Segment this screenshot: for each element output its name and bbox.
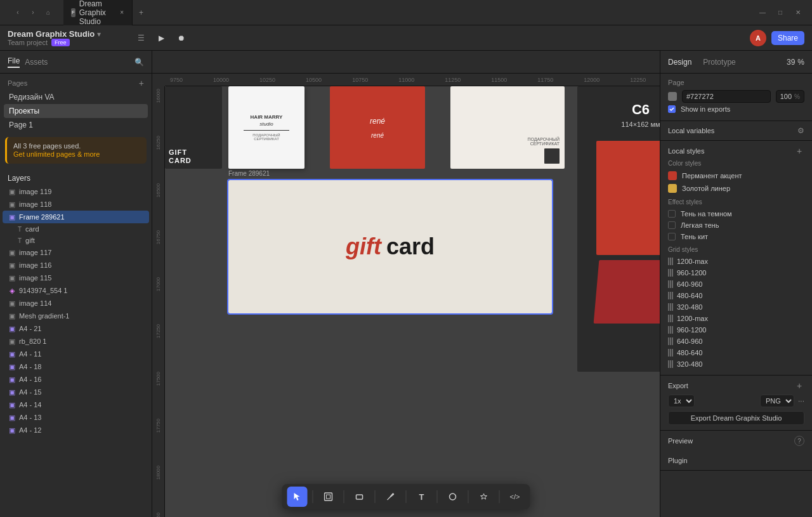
layer-a4-14[interactable]: ▣ A4 - 14 xyxy=(3,398,149,411)
layer-a4-15[interactable]: ▣ A4 - 15 xyxy=(3,386,149,398)
grid-320-480-1[interactable]: 320-480 xyxy=(668,301,804,313)
play-btn[interactable]: ▶ xyxy=(152,29,170,47)
canvas-hairmary-card[interactable]: HAIR MARRYstudio ПОДАРОЧНЫЙСЕРТИФИКАТ xyxy=(228,86,304,169)
svg-rect-2 xyxy=(357,495,363,499)
nav-back[interactable]: ‹ xyxy=(11,6,24,19)
pen-tool[interactable] xyxy=(381,487,401,507)
page-item-redesign[interactable]: Редизайн VA xyxy=(4,90,148,104)
star-tool[interactable] xyxy=(474,487,494,507)
ellipse-tool[interactable] xyxy=(443,487,463,507)
layer-image-115[interactable]: ▣ image 115 xyxy=(3,272,149,284)
grid-640-960-2[interactable]: 640-960 xyxy=(668,336,804,347)
effect-dark-shadow[interactable]: Тень на темном xyxy=(668,208,804,219)
layer-rb820[interactable]: ▣ rb_820 1 xyxy=(3,335,149,348)
page-color-swatch[interactable] xyxy=(668,92,677,101)
page-list: Редизайн VA Проекты Page 1 xyxy=(0,90,152,132)
layer-image-118[interactable]: ▣ image 118 xyxy=(3,198,149,211)
canvas-qr-card[interactable]: ПОДАРОЧНЫЙСЕРТИФИКАТ xyxy=(450,86,565,169)
record-btn[interactable]: ⏺ xyxy=(173,29,190,47)
show-exports-checkbox[interactable] xyxy=(668,105,676,113)
svg-rect-1 xyxy=(327,495,331,499)
layer-a4-21[interactable]: ▣ A4 - 21 xyxy=(3,322,149,335)
grid-960-1200-1[interactable]: 960-1200 xyxy=(668,267,804,278)
export-more-btn[interactable]: ··· xyxy=(798,396,804,405)
pages-add-btn[interactable]: + xyxy=(139,79,144,88)
close-btn[interactable]: ✕ xyxy=(792,6,804,19)
export-format-select[interactable]: PNG xyxy=(760,395,794,407)
notice-link[interactable]: Get unlimited pages & more xyxy=(13,150,100,158)
layer-a4-16[interactable]: ▣ A4 - 16 xyxy=(3,373,149,386)
canvas-area[interactable]: 9750 10000 10250 10500 10750 11000 11250… xyxy=(152,74,660,517)
grid-480-640-2[interactable]: 480-640 xyxy=(668,347,804,358)
layer-component[interactable]: ◈ 9143974_554 1 xyxy=(3,284,149,297)
nav-home[interactable]: ⌂ xyxy=(42,6,55,19)
design-tab[interactable]: Design xyxy=(663,55,697,69)
sidebar-toggle[interactable]: ☰ xyxy=(138,34,145,43)
user-avatar[interactable]: A xyxy=(750,30,766,46)
page-opacity-field[interactable]: 100 % xyxy=(776,90,804,103)
card-word: card xyxy=(386,233,435,260)
file-tab[interactable]: File xyxy=(8,56,20,68)
grid-960-1200-2[interactable]: 960-1200 xyxy=(668,324,804,336)
add-style-btn[interactable]: + xyxy=(794,146,804,156)
layer-image-116[interactable]: ▣ image 116 xyxy=(3,259,149,272)
grid-640-960-1[interactable]: 640-960 xyxy=(668,278,804,290)
layer-mesh-gradient[interactable]: ▣ Mesh gradient-1 xyxy=(3,310,149,322)
shape-tool[interactable] xyxy=(350,487,370,507)
preview-row: Preview ? xyxy=(668,436,804,446)
select-tool[interactable] xyxy=(287,487,308,507)
help-icon[interactable]: ? xyxy=(794,436,804,446)
layer-image-117[interactable]: ▣ image 117 xyxy=(3,246,149,259)
layer-card[interactable]: T card xyxy=(3,223,149,235)
color-style-accent[interactable]: Перманент акцент xyxy=(668,169,804,182)
assets-tab[interactable]: Assets xyxy=(25,58,48,67)
page-color-field[interactable]: #727272 xyxy=(682,90,771,103)
preview-help-btn[interactable]: ? xyxy=(794,436,804,446)
new-tab-btn[interactable]: + xyxy=(136,0,146,25)
text-tool[interactable]: T xyxy=(412,487,432,507)
share-button[interactable]: Share xyxy=(771,31,804,45)
color-style-gold[interactable]: Золотой линер xyxy=(668,182,804,195)
local-vars-icon[interactable]: ⚙ xyxy=(797,126,804,135)
minimize-btn[interactable]: — xyxy=(756,6,769,19)
layer-gift[interactable]: T gift xyxy=(3,235,149,246)
tab-close-btn[interactable]: × xyxy=(119,8,124,18)
search-icon[interactable]: 🔍 xyxy=(134,58,144,67)
canvas-c6-envelope[interactable]: С6 114×162 мм xyxy=(577,86,660,372)
nav-forward[interactable]: › xyxy=(27,6,39,19)
grid-320-480-2[interactable]: 320-480 xyxy=(668,358,804,370)
page-item-page1[interactable]: Page 1 xyxy=(4,118,148,132)
local-styles-label: Local styles xyxy=(668,147,704,155)
effect-kit-shadow[interactable]: Тень кит xyxy=(668,231,804,242)
left-sidebar: Pages + Редизайн VA Проекты Page 1 All 3… xyxy=(0,74,152,517)
maximize-btn[interactable]: □ xyxy=(774,6,787,19)
layer-a4-12[interactable]: ▣ A4 - 12 xyxy=(3,424,149,436)
layer-a4-11[interactable]: ▣ A4 - 11 xyxy=(3,348,149,360)
panel-tabs-row: File Assets 🔍 Design Prototype 39 % xyxy=(0,51,812,74)
layer-a4-13[interactable]: ▣ A4 - 13 xyxy=(3,411,149,424)
grid-1200max-1[interactable]: 1200-max xyxy=(668,256,804,267)
prototype-tab[interactable]: Prototype xyxy=(698,55,740,69)
layer-image-114[interactable]: ▣ image 114 xyxy=(3,297,149,310)
export-scale-select[interactable]: 1x xyxy=(668,395,695,407)
export-button[interactable]: Export Dream Graphix Studio xyxy=(668,411,804,425)
frame-tool[interactable] xyxy=(318,487,339,507)
grid-styles-group: Grid styles 1200-max 960-1200 xyxy=(668,246,804,370)
toolbar-separator-6 xyxy=(468,490,469,503)
layer-image-119[interactable]: ▣ image 119 xyxy=(3,185,149,198)
canvas-rene-red[interactable]: rené rené xyxy=(330,86,425,169)
canvas-content[interactable]: HAIR MARRYstudio ПОДАРОЧНЫЙСЕРТИФИКАТ GI… xyxy=(165,86,660,492)
image-icon: ▣ xyxy=(8,200,16,209)
add-export-btn[interactable]: + xyxy=(794,381,804,391)
grid-1200max-2[interactable]: 1200-max xyxy=(668,313,804,324)
grid-icon-3 xyxy=(668,280,673,288)
page-item-projects[interactable]: Проекты xyxy=(4,104,148,118)
effect-light-shadow[interactable]: Легкая тень xyxy=(668,219,804,231)
code-tool[interactable]: </> xyxy=(505,487,525,507)
layer-a4-18[interactable]: ▣ A4 - 18 xyxy=(3,360,149,373)
layer-frame-289621[interactable]: ▣ Frame 289621 xyxy=(3,211,149,223)
canvas-dark-card[interactable]: GIFTCARD xyxy=(165,86,222,169)
dropdown-icon[interactable]: ▾ xyxy=(97,30,101,39)
gift-card-frame[interactable]: gift card xyxy=(228,180,552,313)
grid-480-640-1[interactable]: 480-640 xyxy=(668,290,804,301)
